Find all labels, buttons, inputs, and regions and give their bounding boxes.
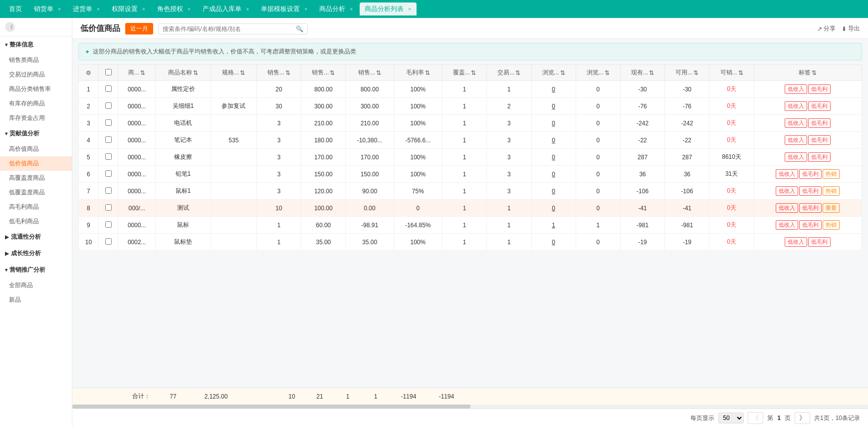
cell-checkbox[interactable] xyxy=(98,132,118,149)
sidebar-item-high-coverage[interactable]: 高覆盖度商品 xyxy=(0,171,72,185)
cell-browse1[interactable]: 1 xyxy=(531,217,576,234)
cell-checkbox[interactable] xyxy=(98,98,118,115)
col-gross[interactable]: 毛利率 ⇅ xyxy=(394,65,442,81)
row-checkbox[interactable] xyxy=(105,204,112,211)
cell-browse1[interactable]: 0 xyxy=(531,166,576,183)
nav-template[interactable]: 单据模板设置 × xyxy=(256,2,312,15)
share-btn[interactable]: ↗ 分享 xyxy=(817,24,836,33)
cell-browse1[interactable]: 0 xyxy=(531,200,576,217)
total-label: 合计： xyxy=(80,392,150,401)
col-spec[interactable]: 规格... ⇅ xyxy=(211,65,256,81)
row-checkbox[interactable] xyxy=(105,187,112,194)
nav-roles[interactable]: 角色授权 × xyxy=(152,2,196,15)
close-product-list-icon[interactable]: × xyxy=(408,6,411,12)
cell-checkbox[interactable] xyxy=(98,183,118,200)
row-checkbox[interactable] xyxy=(105,85,112,92)
sidebar-item-traded[interactable]: 交易过的商品 xyxy=(0,67,72,82)
cell-browse1[interactable]: 0 xyxy=(531,183,576,200)
cell-checkbox[interactable] xyxy=(98,81,118,98)
row-checkbox[interactable] xyxy=(105,119,112,126)
sidebar-section-growth[interactable]: ▶ 成长性分析 xyxy=(0,245,72,262)
nav-home[interactable]: 首页 xyxy=(4,2,27,15)
row-checkbox[interactable] xyxy=(105,136,112,143)
sidebar-item-stock-funds[interactable]: 库存资金占用 xyxy=(0,111,72,125)
cell-browse1[interactable]: 0 xyxy=(531,115,576,132)
close-permissions-icon[interactable]: × xyxy=(142,6,145,12)
sidebar-item-low-value[interactable]: 低价值商品 xyxy=(0,156,72,171)
cell-checkbox[interactable] xyxy=(98,200,118,217)
cell-browse1[interactable]: 0 xyxy=(531,132,576,149)
per-page-select[interactable]: 50 100 200 xyxy=(718,413,744,424)
cell-checkbox[interactable] xyxy=(98,234,118,251)
col-trade[interactable]: 交易... ⇅ xyxy=(487,65,531,81)
sidebar-item-all-products[interactable]: 全部商品 xyxy=(0,278,72,293)
search-input[interactable] xyxy=(163,25,294,32)
row-checkbox[interactable] xyxy=(105,153,112,160)
table-container[interactable]: ⚙ 商... ⇅ 商品名称 ⇅ 规格... ⇅ 销售... ⇅ 销售... ⇅ … xyxy=(72,64,868,388)
cell-s3: 300.00 xyxy=(346,98,394,115)
cell-browse1[interactable]: 0 xyxy=(531,81,576,98)
sidebar-section-overview[interactable]: ▾ 整体信息 xyxy=(0,36,72,53)
close-product-analysis-icon[interactable]: × xyxy=(350,6,353,12)
cell-checkbox[interactable] xyxy=(98,115,118,132)
col-sales2[interactable]: 销售... ⇅ xyxy=(301,65,346,81)
row-checkbox[interactable] xyxy=(105,170,112,177)
col-tags[interactable]: 标签 ⇅ xyxy=(754,65,862,81)
close-roles-icon[interactable]: × xyxy=(188,6,191,12)
sidebar-collapse-btn[interactable]: 《 xyxy=(5,22,15,32)
row-checkbox[interactable] xyxy=(105,221,112,228)
sidebar-item-high-margin[interactable]: 高毛利商品 xyxy=(0,200,72,214)
col-checkbox[interactable] xyxy=(98,65,118,81)
cell-checkbox[interactable] xyxy=(98,166,118,183)
horizontal-scrollbar[interactable] xyxy=(72,405,470,409)
cell-browse1[interactable]: 0 xyxy=(531,149,576,166)
cell-checkbox[interactable] xyxy=(98,217,118,234)
sidebar-item-sales-products[interactable]: 销售类商品 xyxy=(0,53,72,67)
col-name[interactable]: 商品名称 ⇅ xyxy=(156,65,211,81)
col-coverage[interactable]: 覆盖... ⇅ xyxy=(442,65,487,81)
filter-recent-month-btn[interactable]: 近一月 xyxy=(125,23,153,34)
select-all-checkbox[interactable] xyxy=(105,69,112,75)
nav-product-analysis[interactable]: 商品分析 × xyxy=(314,2,358,15)
sidebar-item-new-products[interactable]: 新品 xyxy=(0,293,72,307)
sidebar-item-high-value[interactable]: 高价值商品 xyxy=(0,142,72,156)
nav-sales[interactable]: 销货单 × xyxy=(29,2,66,15)
col-days[interactable]: 可销... ⇅ xyxy=(709,65,754,81)
col-settings[interactable]: ⚙ xyxy=(79,65,99,81)
close-sales-icon[interactable]: × xyxy=(58,6,61,12)
cell-browse1[interactable]: 0 xyxy=(531,98,576,115)
row-checkbox[interactable] xyxy=(105,102,112,109)
sidebar-item-low-coverage[interactable]: 低覆盖度商品 xyxy=(0,185,72,200)
cell-browse1[interactable]: 0 xyxy=(531,234,576,251)
export-btn[interactable]: ⬇ 导出 xyxy=(842,24,860,33)
col-browse2[interactable]: 浏览... ⇅ xyxy=(576,65,620,81)
row-checkbox[interactable] xyxy=(105,238,112,245)
col-browse1[interactable]: 浏览... ⇅ xyxy=(531,65,576,81)
nav-permissions[interactable]: 权限设置 × xyxy=(107,2,150,15)
col-sales3[interactable]: 销售... ⇅ xyxy=(346,65,394,81)
nav-purchase[interactable]: 进货单 × xyxy=(68,2,105,15)
sidebar-section-contribution[interactable]: ▾ 贡献值分析 xyxy=(0,125,72,142)
sidebar-item-has-stock[interactable]: 有库存的商品 xyxy=(0,96,72,111)
nav-product-list[interactable]: 商品分析列表 × xyxy=(360,2,416,15)
prev-page-btn[interactable]: 《 xyxy=(748,412,763,424)
search-icon[interactable]: 🔍 xyxy=(296,25,303,32)
sidebar-item-category-sales[interactable]: 商品分类销售率 xyxy=(0,82,72,96)
cell-num: 3 xyxy=(79,115,99,132)
cell-checkbox[interactable] xyxy=(98,149,118,166)
col-sales1[interactable]: 销售... ⇅ xyxy=(256,65,301,81)
close-template-icon[interactable]: × xyxy=(304,6,307,12)
products-table: ⚙ 商... ⇅ 商品名称 ⇅ 规格... ⇅ 销售... ⇅ 销售... ⇅ … xyxy=(78,64,862,251)
sidebar-item-low-margin[interactable]: 低毛利商品 xyxy=(0,214,72,229)
cell-browse2: 0 xyxy=(576,115,620,132)
col-stock1[interactable]: 现有... ⇅ xyxy=(620,65,664,81)
close-purchase-icon[interactable]: × xyxy=(97,6,100,12)
sidebar-section-marketing[interactable]: ▾ 营销推广分析 xyxy=(0,262,72,278)
col-stock2[interactable]: 可用... ⇅ xyxy=(665,65,709,81)
next-page-btn[interactable]: 》 xyxy=(795,412,810,424)
cell-num: 10 xyxy=(79,234,99,251)
nav-warehouse[interactable]: 产成品入库单 × xyxy=(198,2,254,15)
close-warehouse-icon[interactable]: × xyxy=(246,6,249,12)
sidebar-section-liquidity[interactable]: ▶ 流通性分析 xyxy=(0,229,72,245)
col-code[interactable]: 商... ⇅ xyxy=(118,65,156,81)
